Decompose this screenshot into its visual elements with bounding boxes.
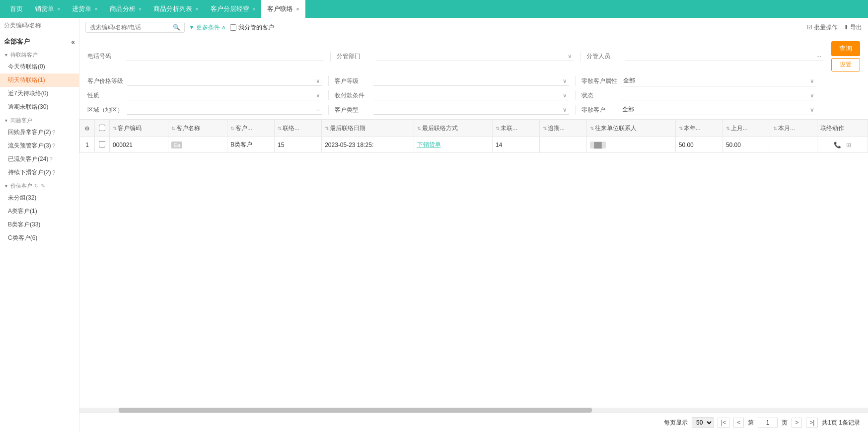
search-icon[interactable]: 🔍 [173,24,180,31]
price-grade-select[interactable]: ∨ [127,76,322,86]
next-page-button[interactable]: > [792,418,802,428]
sidebar-item-repurchase-abnormal[interactable]: 回购异常客户(2) ? [0,126,79,139]
grid-action-icon[interactable]: ⊞ [846,142,851,148]
retail-attr-select[interactable]: 全部 ∨ [621,75,816,86]
col-action: 联络动作 [817,120,868,137]
col-name[interactable]: 客户名称 [168,120,227,137]
col-this-month[interactable]: 本月... [770,120,817,137]
sidebar-item-overdue-contact[interactable]: 逾期未联络(30) [0,100,79,114]
all-customers-section: 全部客户 « [0,33,79,48]
nav-home[interactable]: 首页 [4,0,29,18]
close-goods-list-icon[interactable]: × [195,6,198,12]
status-select[interactable]: ∨ [620,91,816,100]
dept-select[interactable]: ∨ [375,52,574,61]
col-this-year[interactable]: 本年... [675,120,723,137]
table-row: 1 000021 Ea B类客户 15 2023-05-23 18:25: 下销… [80,137,868,153]
sidebar-search-input[interactable] [4,22,78,29]
horizontal-scrollbar[interactable] [79,408,868,413]
col-type[interactable]: 客户... [227,120,274,137]
retail-customer-arrow: ∨ [810,106,814,113]
row-checkbox[interactable] [99,141,105,147]
price-grade-field: 客户价格等级 ∨ [87,76,322,86]
edit-icon[interactable]: ✎ [41,183,45,189]
close-customer-contact-icon[interactable]: × [296,6,299,12]
customer-grade-select[interactable]: ∨ [373,76,570,86]
help-icon-2[interactable]: ? [52,143,56,149]
region-label: 区域（地区） [87,106,123,114]
nature-select[interactable]: ∨ [126,91,322,100]
col-last-contact-date[interactable]: 最后联络日期 [322,120,414,137]
help-icon-3[interactable]: ? [49,156,53,163]
sidebar-item-churned[interactable]: 已流失客户(24) ? [0,152,79,166]
batch-operation-button[interactable]: ☑ 批量操作 [807,23,838,32]
close-goods-analysis-icon[interactable]: × [139,6,142,12]
nav-goods-analysis-list[interactable]: 商品分析列表 × [147,0,204,18]
more-filter-button[interactable]: ▼ 更多条件 ∧ [189,23,226,32]
prev-page-button[interactable]: < [733,418,744,428]
sidebar-item-7days-contact[interactable]: 近7天待联络(0) [0,87,79,100]
help-icon-4[interactable]: ? [52,169,56,176]
nav-goods-analysis[interactable]: 商品分析 × [104,0,147,18]
settings-icon[interactable]: ⚙ [84,125,90,132]
phone-input[interactable] [126,52,324,61]
col-last-contact-method[interactable]: 最后联络方式 [414,120,493,137]
my-customers-checkbox-label[interactable]: 我分管的客户 [230,23,274,32]
sidebar-item-class-a[interactable]: A类客户(1) [0,205,79,218]
search-input[interactable] [90,24,173,31]
manager-field: 分管人员 ··· [586,52,823,61]
retail-attr-arrow: ∨ [810,77,814,84]
col-last-month[interactable]: 上月... [723,120,770,137]
select-all-checkbox[interactable] [99,125,105,131]
customer-type-arrow: ∨ [563,106,567,113]
right-actions: ☑ 批量操作 ⬆ 导出 [807,23,862,32]
nav-sales[interactable]: 销货单 × [29,0,66,18]
help-icon-1[interactable]: ? [52,129,56,136]
dept-field: 分管部门 ∨ [337,52,574,61]
sidebar-item-declining[interactable]: 持续下滑客户(2) ? [0,166,79,179]
nav-customer-contact[interactable]: 客户联络 × [261,0,305,18]
per-page-select[interactable]: 50 [692,417,714,428]
page-number-input[interactable] [758,418,778,428]
row-uncontacted: 14 [493,137,540,153]
manager-input[interactable]: ··· [625,52,823,61]
customer-type-label: 客户类型 [335,106,369,114]
nav-customer-segment[interactable]: 客户分层经营 × [205,0,261,18]
payment-select[interactable]: ∨ [373,91,570,100]
col-contact-count[interactable]: 联络... [275,120,322,137]
col-company-contact[interactable]: 往来单位联系人 [587,120,676,137]
col-uncontacted[interactable]: 未联... [493,120,540,137]
phone-action-icon[interactable]: 📞 [834,142,841,148]
row-company-contact: ██ [587,137,676,153]
sidebar-item-class-b[interactable]: B类客户(33) [0,218,79,231]
set-button[interactable]: 设置 [831,58,860,72]
refresh-icon[interactable]: ↻ [34,183,39,189]
customer-type-select[interactable]: ∨ [373,105,570,115]
col-code[interactable]: 客户编码 [110,120,168,137]
col-overdue[interactable]: 逾期... [540,120,587,137]
page-label: 第 [748,419,754,427]
close-purchase-icon[interactable]: × [94,6,97,12]
my-customers-checkbox[interactable] [230,24,236,31]
company-contact-avatar: ██ [590,142,606,148]
price-grade-label: 客户价格等级 [87,77,123,85]
close-sales-icon[interactable]: × [57,6,60,12]
sidebar-item-today-contact[interactable]: 今天待联络(0) [0,60,79,73]
collapse-icon[interactable]: « [71,38,75,46]
sidebar-item-tomorrow-contact[interactable]: 明天待联络(1) [0,73,79,87]
last-page-button[interactable]: >| [806,418,818,428]
query-button[interactable]: 查询 [831,41,860,56]
row-overdue [540,137,587,153]
first-page-button[interactable]: |< [718,418,729,428]
sidebar-item-ungrouped[interactable]: 未分组(32) [0,191,79,205]
sidebar-item-class-c[interactable]: C类客户(6) [0,231,79,245]
col-gear: ⚙ [80,120,95,137]
sidebar-item-churn-warning[interactable]: 流失预警客户(3) ? [0,139,79,152]
contact-method-link[interactable]: 下销货单 [417,141,441,148]
region-input[interactable]: ··· [127,105,322,115]
nav-purchase[interactable]: 进货单 × [66,0,103,18]
retail-customer-select[interactable]: 全部 ∨ [620,104,816,115]
export-button[interactable]: ⬆ 导出 [844,23,862,32]
row-name: Ea [168,137,227,153]
top-navigation: 首页 销货单 × 进货单 × 商品分析 × 商品分析列表 × 客户分层经营 × … [0,0,868,18]
close-customer-segment-icon[interactable]: × [252,6,255,12]
